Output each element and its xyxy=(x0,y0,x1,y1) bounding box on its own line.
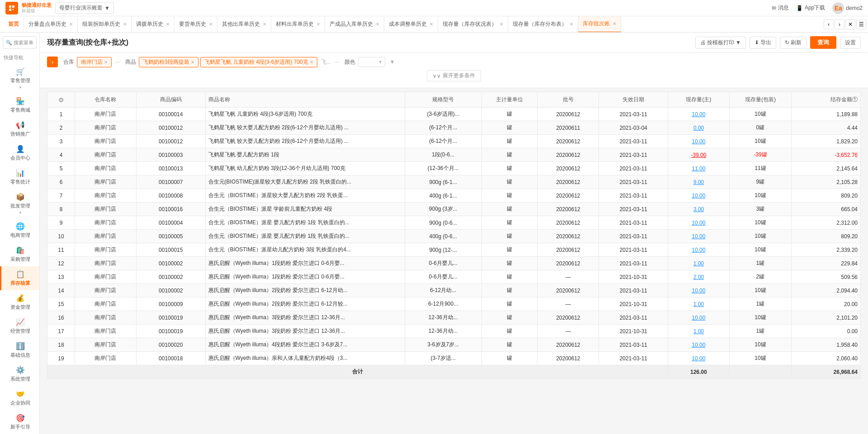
warehouse-tag-close[interactable]: ✕ xyxy=(104,60,108,65)
nav-menu-btn[interactable]: ☰ xyxy=(856,19,866,29)
sidebar-item-system[interactable]: ⚙️ 系统管理 xyxy=(0,362,39,386)
tab-9-close[interactable]: ✕ xyxy=(500,22,503,27)
cell-qty[interactable]: 10.00 xyxy=(668,243,729,257)
tab-3-close[interactable]: ✕ xyxy=(166,22,170,27)
tab-8-close[interactable]: ✕ xyxy=(429,22,433,27)
sidebar-item-enterprise[interactable]: 🤝 企业协同 xyxy=(0,386,39,410)
app-download-btn[interactable]: 📱 App下载 xyxy=(796,4,825,12)
cell-qty[interactable]: 2.00 xyxy=(668,270,729,284)
product-more[interactable]: 飞... xyxy=(321,58,331,66)
tab-1[interactable]: 分量盘点单历史 ✕ xyxy=(24,16,78,33)
gear-icon[interactable]: ⚙ xyxy=(58,96,64,104)
filter-expand-arrow[interactable]: › xyxy=(47,57,58,67)
user-profile[interactable]: Ea demo2 xyxy=(832,2,863,14)
warehouse-more[interactable]: ··· xyxy=(115,59,120,65)
refresh-btn[interactable]: ↻ 刷新 xyxy=(780,37,807,49)
expand-conditions-btn[interactable]: ∨∨ 展开更多条件 xyxy=(427,70,481,81)
cell-spec: (3-6岁适用)... xyxy=(405,108,481,121)
cell-unit: 罐 xyxy=(481,338,538,352)
product-more2[interactable]: ··· xyxy=(335,59,339,65)
cell-qty[interactable]: 10.00 xyxy=(668,230,729,243)
query-btn[interactable]: 查询 xyxy=(810,36,836,49)
sidebar-item-retail-management[interactable]: 🛒 零售管理 xyxy=(0,64,39,93)
cell-qty[interactable]: 9.00 xyxy=(668,175,729,189)
color-dropdown-arrow[interactable]: ▼ xyxy=(390,59,395,65)
nav-close-all-btn[interactable]: ✕ xyxy=(845,19,855,29)
sidebar-item-guide[interactable]: 🎯 新手引导 xyxy=(0,410,39,434)
sidebar-item-basic-info[interactable]: ℹ️ 基础信息 xyxy=(0,338,39,362)
sidebar-item-operations[interactable]: 📈 经营管理 xyxy=(0,314,39,338)
tab-8[interactable]: 成本调整单历史 ✕ xyxy=(384,16,438,33)
tab-5-close[interactable]: ✕ xyxy=(263,22,266,27)
table-row: 10 南岸门店 00100005 合生元（BIOSTIME）派星 婴儿配方奶粉 … xyxy=(47,230,861,243)
tab-2-close[interactable]: ✕ xyxy=(123,22,127,27)
cell-qty[interactable]: 10.00 xyxy=(668,135,729,148)
product-tag-1-close[interactable]: ✕ xyxy=(191,60,194,65)
cell-qty[interactable]: 10.00 xyxy=(668,216,729,230)
tab-home[interactable]: 首页 xyxy=(4,16,24,33)
purchase-icon: 🛍️ xyxy=(16,246,25,255)
tab-1-close[interactable]: ✕ xyxy=(69,22,73,27)
cell-qty[interactable]: 10.00 xyxy=(668,108,729,121)
sidebar-item-member-center[interactable]: 👤 会员中心 xyxy=(0,141,39,165)
sidebar-item-retail-stats[interactable]: 📊 零售统计 xyxy=(0,165,39,189)
tab-5[interactable]: 其他出库单历史 ✕ xyxy=(217,16,271,33)
export-btn[interactable]: ⬇ 导出 xyxy=(750,37,776,49)
cell-qty[interactable]: 11.00 xyxy=(668,162,729,175)
tab-2[interactable]: 组装拆卸单历史 ✕ xyxy=(78,16,132,33)
refresh-icon: ↻ xyxy=(785,39,789,46)
tab-4[interactable]: 要货单历史 ✕ xyxy=(175,16,217,33)
tab-7[interactable]: 产成品入库单历史 ✕ xyxy=(325,16,384,33)
settings-btn[interactable]: 设置 xyxy=(840,37,861,49)
product-tag-1[interactable]: 飞鹤奶粉3段两提装 ✕ xyxy=(139,57,198,67)
cell-qty[interactable]: 10.00 xyxy=(668,284,729,297)
cell-expire: 2021-03-11 xyxy=(599,162,668,175)
cell-qty[interactable]: 10.00 xyxy=(668,338,729,352)
cell-num: 19 xyxy=(47,352,75,365)
cell-amt: 229.84 xyxy=(792,257,861,270)
print-btn[interactable]: 🖨 按模板打印 ▼ xyxy=(695,37,746,49)
product-tag-2-close[interactable]: ✕ xyxy=(310,60,313,65)
cell-qty[interactable]: -39.00 xyxy=(668,148,729,162)
color-select[interactable] xyxy=(358,57,385,67)
cell-qty[interactable]: 1.00 xyxy=(668,325,729,338)
sidebar-item-wholesale[interactable]: 📦 批发管理 xyxy=(0,189,39,218)
tab-11[interactable]: 库存批次账 ✕ xyxy=(578,16,621,33)
cell-qty[interactable]: 3.00 xyxy=(668,203,729,216)
tab-10-close[interactable]: ✕ xyxy=(570,22,573,27)
account-selector[interactable]: 母婴行业演示账套 ▼ xyxy=(55,2,114,14)
cell-qty[interactable]: 10.00 xyxy=(668,311,729,325)
cell-qty[interactable]: 0.00 xyxy=(668,121,729,135)
sidebar-item-purchase[interactable]: 🛍️ 采购管理 xyxy=(0,242,39,266)
nav-next-btn[interactable]: › xyxy=(835,19,844,29)
sidebar-item-ecommerce[interactable]: 🌐 电商管理 xyxy=(0,218,39,242)
cell-code: 00100018 xyxy=(136,352,205,365)
cell-amt: 2,145.64 xyxy=(792,162,861,175)
sidebar-item-retail-store[interactable]: 🏪 零售商城 xyxy=(0,93,39,117)
tab-11-close[interactable]: ✕ xyxy=(613,21,616,26)
sidebar-item-inventory[interactable]: 📋 库存核算 xyxy=(0,266,39,290)
cell-amt: 809.20 xyxy=(792,189,861,203)
message-btn[interactable]: ✉ 消息 xyxy=(772,4,789,12)
tab-7-close[interactable]: ✕ xyxy=(376,22,379,27)
cell-qty[interactable]: 10.00 xyxy=(668,189,729,203)
warehouse-tag-nanai[interactable]: 南岸门店 ✕ xyxy=(77,57,112,67)
cell-expire: 2021-03-11 xyxy=(599,284,668,297)
tab-6-close[interactable]: ✕ xyxy=(316,22,320,27)
cell-batch: 20200612 xyxy=(538,148,599,162)
cell-qty[interactable]: 1.00 xyxy=(668,297,729,311)
tab-6[interactable]: 材料出库单历史 ✕ xyxy=(271,16,325,33)
sidebar-item-marketing[interactable]: 📢 营销推广 xyxy=(0,117,39,141)
product-tag-2[interactable]: 飞鹤星飞帆 儿童奶粉 4段(3-6岁适用) 700克 ✕ xyxy=(200,57,317,67)
col-header-code: 商品编码 xyxy=(136,92,205,108)
top-bar-left: 畅捷通好生意 标题版 母婴行业演示账套 ▼ xyxy=(5,2,114,14)
tab-3[interactable]: 调拨单历史 ✕ xyxy=(132,16,175,33)
cell-qty[interactable]: 1.00 xyxy=(668,257,729,270)
tab-4-close[interactable]: ✕ xyxy=(209,22,212,27)
search-menu-btn[interactable]: 🔍 搜索菜单 xyxy=(3,36,37,49)
tab-10[interactable]: 现存量（库存分布表） ✕ xyxy=(508,16,578,33)
tab-9[interactable]: 现存量（库存状况表） ✕ xyxy=(438,16,508,33)
cell-qty[interactable]: 10.00 xyxy=(668,352,729,365)
sidebar-item-finance[interactable]: 💰 资金管理 xyxy=(0,290,39,314)
nav-prev-btn[interactable]: ‹ xyxy=(824,19,834,29)
